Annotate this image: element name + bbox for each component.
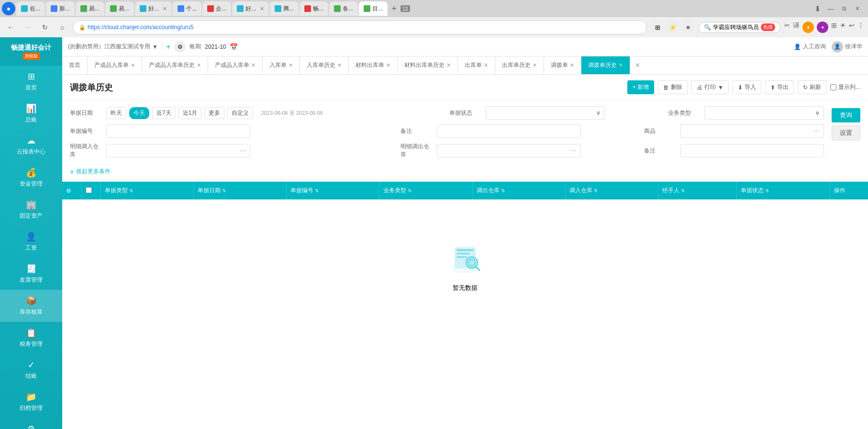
tab-product-in-history-close[interactable]: ✕ [197,62,201,68]
browser-tab-2[interactable]: 新... [46,1,75,16]
browser-tab-9[interactable]: 腾... [270,1,299,16]
detail-in-filter-select[interactable]: ··· [106,144,250,157]
customer-service-button[interactable]: 👤 人工咨询 [794,43,826,51]
window-minimize-button[interactable]: — [826,4,835,13]
sun-icon[interactable]: ☀ [840,22,846,33]
reload-button[interactable]: ↻ [38,21,52,34]
detail-out-filter-select[interactable]: ··· [437,144,581,157]
calendar-icon[interactable]: 📅 [230,43,238,51]
browser-tab-7[interactable]: 企... [202,1,231,16]
tab-transfer-history[interactable]: 调拨单历史 ✕ [581,56,630,74]
date-btn-custom[interactable]: 自定义 [227,107,253,119]
search-bar[interactable]: 🔍 学霸应聘场驱鸟员 热搜 [699,22,780,33]
show-column-checkbox[interactable] [830,84,836,90]
browser-tab-3[interactable]: 易... [76,1,104,16]
date-btn-7days[interactable]: 近7天 [152,107,176,119]
tab-material-out-history-close[interactable]: ✕ [446,62,451,68]
window-download-icon[interactable]: ⬇ [812,4,822,13]
export-button[interactable]: ⬆ 导出 [765,80,794,94]
refresh-button[interactable]: ↻ 刷新 [798,80,826,94]
translate-icon[interactable]: 译 [793,22,800,33]
tab-close-8[interactable]: ✕ [260,6,264,12]
home-button[interactable]: ⌂ [56,21,69,34]
tab-home[interactable]: 首页 [62,56,88,74]
extension-1[interactable]: ✦ [802,22,814,33]
date-btn-more[interactable]: 更多 [204,107,224,119]
th-doc-type[interactable]: 单据类型 ⇅ [100,182,193,199]
note-input[interactable] [437,124,581,138]
bookmark-icon[interactable]: ⚡ [666,21,679,34]
tab-material-out-history[interactable]: 材料出库单历史 ✕ [398,56,458,74]
print-button[interactable]: 🖨 打印 ▼ [691,80,729,94]
sidebar-item-payroll[interactable]: 👤 工资 [0,226,62,258]
menu-icon[interactable]: ≡ [681,21,695,34]
tab-close-5[interactable]: ✕ [163,6,167,12]
tab-product-in[interactable]: 产成品入库单 ✕ [88,56,142,74]
date-btn-1month[interactable]: 近1月 [178,107,202,119]
add-company-button[interactable]: + [166,43,170,51]
tab-transfer-close[interactable]: ✕ [570,62,574,68]
filter-settings-button[interactable]: 设置 [832,125,860,141]
extensions-icon[interactable]: ⊞ [651,21,664,34]
address-input[interactable]: 🔒 https://cloud.chanjet.com/accounting/u… [73,20,647,34]
sidebar-item-archive[interactable]: 📁 归档管理 [0,386,62,418]
sidebar-item-assets[interactable]: 🏢 固定资产 [0,194,62,226]
company-selector[interactable]: (勿删勿禁用）江西服宝测试专用 ▼ [68,43,158,51]
user-profile-button[interactable]: 👤 徐泽华 [832,41,862,53]
new-button[interactable]: + 新增 [627,80,654,94]
note2-input[interactable] [680,144,824,157]
tabs-close-all[interactable]: ✕ [630,58,645,73]
th-checkbox[interactable] [81,182,100,199]
browser-tab-12[interactable]: 目... [359,1,388,16]
sidebar-item-inventory[interactable]: 📦 库存核算 [0,290,62,322]
window-restore-button[interactable]: ⧉ [839,4,849,13]
sidebar-item-finance[interactable]: 💰 资金管理 [0,162,62,194]
undo-icon[interactable]: ↩ [849,22,855,33]
sidebar-item-tax[interactable]: 📋 税务管理 [0,322,62,354]
sidebar-item-settings[interactable]: ⚙ 基础设置 [0,418,62,429]
tab-stock-out-history-close[interactable]: ✕ [533,62,537,68]
th-transfer-out[interactable]: 调出仓库 ⇅ [472,182,565,199]
forward-button[interactable]: → [21,21,34,34]
window-close-button[interactable]: ✕ [853,4,862,13]
tab-stock-in[interactable]: 入库单 ✕ [263,56,300,74]
goods-filter-select[interactable]: ··· [680,124,824,138]
th-gear[interactable]: ⚙ [62,182,81,199]
biz-type-filter-select[interactable]: ∨ [704,106,824,120]
back-button[interactable]: ← [4,21,17,34]
sidebar-item-closing[interactable]: ✓ 结账 [0,354,62,386]
scissors-icon[interactable]: ✂ [784,22,790,33]
tab-product-in-history[interactable]: 产成品入库单历史 ✕ [142,56,208,74]
th-status[interactable]: 单据状态 ⇅ [737,182,830,199]
tab-product-in-close[interactable]: ✕ [131,62,135,68]
browser-tab-1[interactable]: 在... [16,1,45,16]
th-handler[interactable]: 经手人 ⇅ [658,182,737,199]
browser-tab-5[interactable]: 好... ✕ [135,1,172,16]
tab-stock-in-history[interactable]: 入库单历史 ✕ [300,56,349,74]
settings-gear-icon[interactable]: ⚙ [174,41,186,53]
tab-material-out[interactable]: 材料出库单 ✕ [349,56,398,74]
th-biz-type[interactable]: 业务类型 ⇅ [379,182,472,199]
query-button[interactable]: 查询 [832,108,860,122]
tab-stock-in-close[interactable]: ✕ [289,62,293,68]
tab-material-out-close[interactable]: ✕ [386,62,390,68]
select-all-checkbox[interactable] [86,187,92,193]
date-btn-yesterday[interactable]: 昨天 [106,107,126,119]
grid-icon[interactable]: ⊞ [831,22,837,33]
import-button[interactable]: ⬇ 导入 [733,80,761,94]
status-filter-select[interactable]: ∨ [486,106,605,120]
extension-2[interactable]: ✦ [817,22,828,33]
delete-button[interactable]: 🗑 删除 [658,80,688,94]
th-transfer-in[interactable]: 调入仓库 ⇅ [566,182,658,199]
tab-stock-out[interactable]: 出库单 ✕ [458,56,495,74]
browser-tab-6[interactable]: 个... [173,1,201,16]
new-tab-button[interactable]: + [389,4,400,14]
sidebar-item-ledger[interactable]: 📊 总账 [0,98,62,130]
tab-stock-in-history-close[interactable]: ✕ [337,62,342,68]
browser-tab-10[interactable]: 畅... [300,1,328,16]
doc-number-input[interactable] [106,124,250,138]
sidebar-item-home[interactable]: ⊞ 首页 [0,66,62,98]
more-icon[interactable]: ⋮ [857,22,864,33]
tab-stock-out-history[interactable]: 出库单历史 ✕ [495,56,544,74]
th-doc-date[interactable]: 单据日期 ⇅ [193,182,286,199]
